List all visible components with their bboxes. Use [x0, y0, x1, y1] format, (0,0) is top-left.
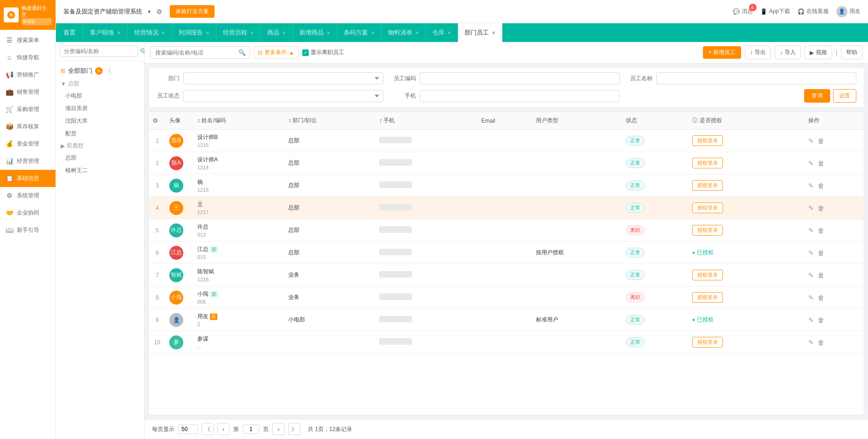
tab-profit-close[interactable]: ✕ [206, 30, 209, 35]
trial-button[interactable]: 体验行业方案 [170, 5, 215, 18]
export-button[interactable]: ↑ 导出 [745, 46, 771, 59]
col-settings-icon[interactable]: ⚙ [153, 117, 158, 124]
edit-icon[interactable]: ✎ [808, 204, 814, 212]
sidebar-item-operation[interactable]: 📊 经营管理 [0, 153, 56, 170]
delete-icon[interactable]: 🗑 [818, 137, 824, 145]
app-download-button[interactable]: 📱 App下载 [760, 7, 790, 15]
tab-barcode[interactable]: 条码方案 ✕ [337, 23, 382, 42]
next-page-button[interactable]: › [272, 423, 285, 435]
authorize-button[interactable]: 授权登录 [692, 337, 723, 348]
edit-icon[interactable]: ✎ [808, 339, 814, 346]
system-dropdown[interactable]: ▾ [148, 8, 151, 15]
dept-node-zhishu[interactable]: 植树王二 [56, 164, 144, 177]
tab-history-close[interactable]: ✕ [250, 30, 254, 35]
tab-goods-close[interactable]: ✕ [282, 30, 286, 35]
col-settings-header[interactable]: ⚙ [149, 112, 166, 130]
tab-customer[interactable]: 客户联络 ✕ [83, 23, 128, 42]
sidebar-item-sales[interactable]: 💼 销售管理 [0, 84, 56, 101]
dept-node-shenyang[interactable]: 沈阳大库 [56, 115, 144, 127]
filter-status-select[interactable] [183, 90, 383, 102]
dept-collapse-icon[interactable]: 《 [105, 67, 111, 75]
tab-operation-status[interactable]: 经营情况 ✕ [128, 23, 172, 42]
edit-icon[interactable]: ✎ [808, 249, 814, 257]
tab-employees[interactable]: 部门员工 ✕ [458, 23, 502, 42]
col-phone-header[interactable]: ↕ 手机 [375, 112, 478, 130]
tab-op-status-close[interactable]: ✕ [161, 30, 165, 35]
delete-icon[interactable]: 🗑 [818, 182, 824, 189]
tab-home[interactable]: 首页 [56, 23, 83, 42]
tab-warehouse-close[interactable]: ✕ [447, 30, 451, 35]
delete-icon[interactable]: 🗑 [818, 272, 824, 279]
authorize-button[interactable]: 授权登录 [692, 135, 723, 146]
page-size-select[interactable]: 50 [178, 425, 198, 434]
tab-goods[interactable]: 商品 ✕ [261, 23, 293, 42]
authorize-button[interactable]: 授权登录 [692, 180, 723, 191]
sidebar-item-system[interactable]: ⚙ 系统管理 [0, 187, 56, 204]
delete-icon[interactable]: 🗑 [818, 227, 824, 234]
sidebar-item-purchase[interactable]: 🛒 采购管理 [0, 101, 56, 118]
dept-node-zongbu[interactable]: 总部 [56, 152, 144, 164]
delete-icon[interactable]: 🗑 [818, 339, 824, 346]
sidebar-item-search[interactable]: ☰ 搜索菜单 [0, 32, 56, 49]
tab-employees-close[interactable]: ✕ [492, 30, 495, 35]
messages-button[interactable]: 💬 消息 6 [733, 7, 753, 15]
set-button[interactable]: 设置 [833, 89, 856, 103]
filter-dept-select[interactable] [183, 72, 383, 84]
tab-customer-close[interactable]: ✕ [117, 30, 121, 35]
tab-bom-close[interactable]: ✕ [415, 30, 419, 35]
import-button[interactable]: ↓ 导入 [775, 46, 801, 59]
tab-warehouse[interactable]: 仓库 ✕ [426, 23, 458, 42]
sidebar-item-marketing[interactable]: 📢 营销推广 [0, 66, 56, 84]
page-input[interactable] [243, 425, 259, 434]
first-page-button[interactable]: 《 [201, 423, 214, 435]
help-button[interactable]: 帮助 [841, 46, 862, 59]
authorize-button[interactable]: 授权登录 [692, 158, 723, 168]
edit-icon[interactable]: ✎ [808, 182, 814, 189]
dept-node-xiangmu[interactable]: 项目库房 [56, 102, 144, 115]
authorize-button[interactable]: 授权登录 [692, 270, 723, 280]
authorize-button[interactable]: 授权登录 [692, 225, 723, 236]
filter-phone-input[interactable] [420, 90, 620, 102]
search-button[interactable]: 查询 [804, 89, 830, 103]
tab-barcode-close[interactable]: ✕ [371, 30, 375, 35]
sidebar-item-inventory[interactable]: 📦 库存核算 [0, 118, 56, 135]
more-filter-button[interactable]: ⊟ 更多条件 ▲ [254, 46, 299, 59]
tab-bom[interactable]: 物料清单 ✕ [382, 23, 426, 42]
dept-node-peihuo[interactable]: 配货 [56, 127, 144, 140]
search-icon[interactable]: 🔍 [235, 47, 250, 58]
settings-icon[interactable]: ⚙ [156, 8, 162, 15]
tab-new-goods-close[interactable]: ✕ [326, 30, 330, 35]
online-support-button[interactable]: 🎧 在线客服 [798, 7, 829, 15]
sidebar-item-cooperation[interactable]: 🤝 企业协同 [0, 204, 56, 222]
edit-icon[interactable]: ✎ [808, 227, 814, 234]
delete-icon[interactable]: 🗑 [818, 316, 824, 324]
edit-icon[interactable]: ✎ [808, 272, 814, 279]
add-employee-button[interactable]: + 新增员工 [703, 46, 741, 59]
tab-history[interactable]: 经营历程 ✕ [216, 23, 261, 42]
col-name-header[interactable]: ↕ 姓名/编码 [194, 112, 285, 130]
authorize-button[interactable]: 授权登录 [692, 292, 723, 303]
dept-all-header[interactable]: ⊞ 全部部门 ✎ 《 [56, 64, 144, 78]
user-avatar[interactable]: 👤 用友 [836, 6, 861, 17]
delete-icon[interactable]: 🗑 [818, 204, 824, 212]
view-button[interactable]: ▶ 视频 [805, 46, 832, 59]
authorize-button[interactable]: 授权登录 [692, 202, 723, 213]
dept-node-xiaodibu[interactable]: 小电部 [56, 90, 144, 102]
delete-icon[interactable]: 🗑 [818, 160, 824, 167]
prev-page-button[interactable]: ‹ [217, 423, 229, 435]
last-page-button[interactable]: 》 [288, 423, 300, 435]
edit-icon[interactable]: ✎ [808, 137, 814, 145]
delete-icon[interactable]: 🗑 [818, 249, 824, 257]
dept-edit-icon[interactable]: ✎ [95, 67, 103, 75]
tab-profit[interactable]: 利润报告 ✕ [172, 23, 216, 42]
filter-emp-name-input[interactable] [656, 72, 856, 84]
dept-search-input[interactable] [60, 46, 138, 57]
tab-new-goods[interactable]: 新增商品 ✕ [293, 23, 337, 42]
sidebar-item-capital[interactable]: 💰 资金管理 [0, 135, 56, 153]
edit-icon[interactable]: ✎ [808, 294, 814, 301]
delete-icon[interactable]: 🗑 [818, 294, 824, 301]
filter-emp-code-input[interactable] [420, 72, 620, 84]
sidebar-item-shortcut[interactable]: ⌂ 快捷导航 [0, 49, 56, 66]
search-input[interactable] [151, 47, 235, 58]
col-dept-header[interactable]: ↕ 部门/职位 [285, 112, 375, 130]
